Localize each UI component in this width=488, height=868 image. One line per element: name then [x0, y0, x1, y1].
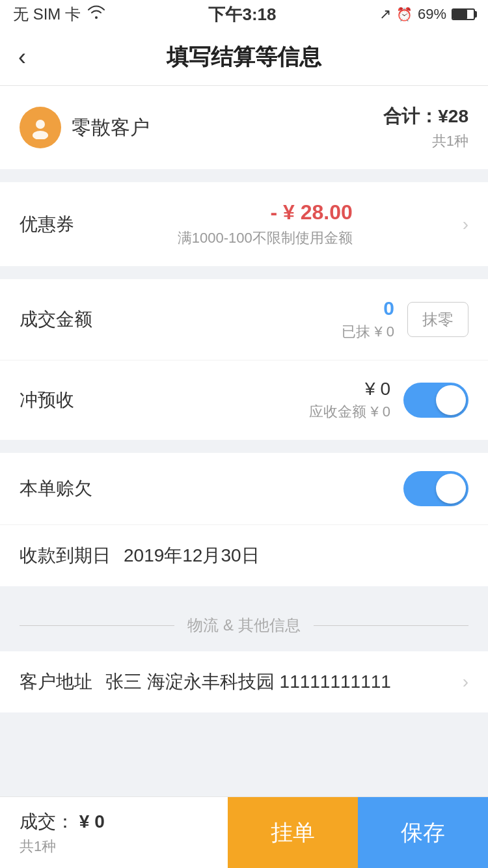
- prepay-row: 冲预收 ¥ 0 应收金额 ¥ 0: [0, 360, 488, 440]
- location-icon: ↗: [379, 6, 391, 23]
- bottom-summary: 成交： ¥ 0 共1种: [0, 809, 228, 856]
- bottom-deal-line: 成交： ¥ 0: [20, 809, 208, 834]
- coupon-discount: - ¥ 28.00: [178, 200, 353, 224]
- address-value: 张三 海淀永丰科技园 11111111111: [105, 670, 463, 694]
- prepay-label: 冲预收: [20, 388, 74, 413]
- prepay-toggle[interactable]: [403, 383, 468, 418]
- svg-point-0: [36, 120, 45, 129]
- content: 零散客户 合计：¥28 共1种 优惠券 - ¥ 28.00 满1000-100不…: [0, 86, 488, 791]
- address-label: 客户地址: [20, 670, 92, 694]
- deal-section: 成交金额 0 已抹 ¥ 0 抹零 冲预收 ¥ 0 应收金额 ¥ 0: [0, 279, 488, 440]
- debt-section-wrapper: 本单赊欠 收款到期日 2019年12月30日: [0, 453, 488, 586]
- status-left: 无 SIM 卡: [13, 4, 105, 25]
- avatar: [20, 107, 61, 148]
- prepay-value: ¥ 0: [309, 379, 390, 400]
- divider-line-left: [20, 625, 174, 626]
- customer-name: 零散客户: [72, 115, 150, 141]
- hang-button[interactable]: 挂单: [228, 797, 358, 869]
- deal-amount-right: 0 已抹 ¥ 0 抹零: [342, 297, 468, 342]
- round-zero-button[interactable]: 抹零: [407, 302, 468, 337]
- logistics-label: 物流 & 其他信息: [187, 615, 300, 636]
- prepay-right: ¥ 0 应收金额 ¥ 0: [309, 379, 468, 422]
- due-date-row: 收款到期日 2019年12月30日: [0, 524, 488, 586]
- due-date-value: 2019年12月30日: [124, 543, 260, 568]
- divider-line-right: [314, 625, 468, 626]
- alarm-icon: ⏰: [396, 7, 413, 22]
- page-title: 填写结算等信息: [167, 42, 321, 72]
- bottom-count: 共1种: [20, 837, 208, 856]
- due-date-label: 收款到期日: [20, 543, 111, 568]
- total-amount: 合计：¥28: [383, 104, 468, 129]
- deal-amount-label: 成交金额: [20, 307, 92, 332]
- svg-point-1: [33, 131, 48, 139]
- status-right: ↗ ⏰ 69%: [379, 6, 475, 23]
- coupon-section[interactable]: 优惠券 - ¥ 28.00 满1000-100不限制使用金额 ›: [0, 182, 488, 266]
- deal-amount-value: 0: [342, 297, 394, 319]
- coupon-label: 优惠券: [20, 212, 74, 237]
- debt-toggle-knob: [436, 474, 466, 504]
- coupon-right: - ¥ 28.00 满1000-100不限制使用金额: [178, 200, 353, 248]
- battery-percent: 69%: [418, 6, 446, 23]
- customer-left: 零散客户: [20, 107, 150, 148]
- customer-row: 零散客户 合计：¥28 共1种: [0, 86, 488, 169]
- time-label: 下午3:18: [208, 3, 276, 26]
- address-chevron: ›: [463, 671, 468, 692]
- wifi-icon: [87, 5, 105, 23]
- back-button[interactable]: ‹: [18, 44, 26, 71]
- deal-amount-value-col: 0 已抹 ¥ 0: [342, 297, 394, 342]
- coupon-chevron: ›: [463, 214, 468, 235]
- nav-bar: ‹ 填写结算等信息: [0, 29, 488, 86]
- debt-toggle[interactable]: [403, 471, 468, 506]
- debt-row: 本单赊欠: [0, 453, 488, 524]
- status-bar: 无 SIM 卡 下午3:18 ↗ ⏰ 69%: [0, 0, 488, 29]
- deal-amount-sub: 已抹 ¥ 0: [342, 322, 394, 342]
- logistics-divider: 物流 & 其他信息: [0, 599, 488, 651]
- toggle-knob: [436, 385, 466, 415]
- bottom-deal-label: 成交：: [20, 811, 74, 832]
- battery-icon: [452, 8, 475, 20]
- deal-amount-row: 成交金额 0 已抹 ¥ 0 抹零: [0, 279, 488, 360]
- address-row[interactable]: 客户地址 张三 海淀永丰科技园 11111111111 ›: [0, 651, 488, 712]
- coupon-desc: 满1000-100不限制使用金额: [178, 228, 353, 248]
- bottom-bar: 成交： ¥ 0 共1种 挂单 保存: [0, 796, 488, 868]
- customer-count: 共1种: [383, 131, 468, 151]
- carrier-label: 无 SIM 卡: [13, 4, 81, 25]
- prepay-value-col: ¥ 0 应收金额 ¥ 0: [309, 379, 390, 422]
- prepay-sub: 应收金额 ¥ 0: [309, 402, 390, 422]
- customer-right: 合计：¥28 共1种: [383, 104, 468, 151]
- debt-label: 本单赊欠: [20, 476, 92, 501]
- save-button[interactable]: 保存: [358, 797, 488, 869]
- bottom-deal-value: ¥ 0: [79, 811, 105, 832]
